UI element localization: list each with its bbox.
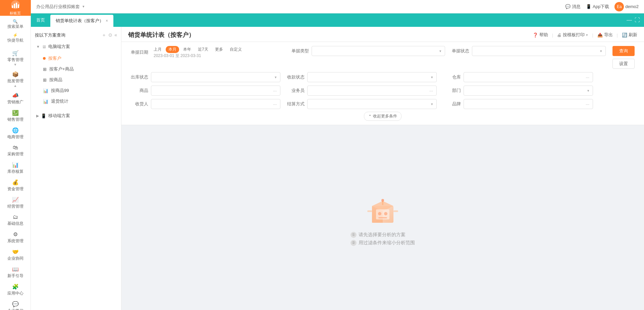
- message-button[interactable]: 💬 消息: [565, 4, 581, 10]
- brand-label: 品牌: [441, 101, 461, 107]
- svg-rect-15: [393, 210, 398, 212]
- home-tab[interactable]: 首页: [31, 13, 50, 27]
- date-label: 单据日期: [128, 49, 148, 55]
- sidebar-item-wechat[interactable]: 💬 企业微信: [0, 298, 31, 310]
- page-title-bar: 销货单统计表（按客户） ❓ 帮助 | 🖨 按模板打印 ▾ |: [121, 27, 644, 42]
- date-tab-more[interactable]: 更多: [212, 46, 226, 53]
- date-tabs: 上月 本月 本年 近7天 更多 自定义: [151, 46, 245, 53]
- scheme-by-goods[interactable]: ⊞ 按商品: [31, 74, 121, 85]
- sidebar-item-operation[interactable]: 📈 经营管理: [0, 194, 31, 211]
- warehouse-select[interactable]: ···: [464, 72, 593, 82]
- sidebar-item-purchase[interactable]: 🛍 采购管理: [0, 142, 31, 159]
- sidebar-item-finance[interactable]: 💰 资金管理: [0, 176, 31, 194]
- sidebar-item-ecom[interactable]: 🌐 电商管理: [0, 124, 31, 142]
- basic-icon: 🗂: [13, 214, 18, 220]
- collapse-icon: ⌃: [368, 114, 372, 119]
- app-logo: 办公用品行业模拟账套 标账页: [0, 0, 31, 16]
- date-tab-this-month[interactable]: 本月: [166, 46, 179, 53]
- goods-select[interactable]: ···: [151, 86, 280, 96]
- pc-section-header[interactable]: ▼ 🖥 电脑端方案: [31, 42, 121, 52]
- enterprise-icon: 🤝: [12, 249, 19, 255]
- date-tab-custom[interactable]: 自定义: [227, 46, 245, 53]
- receipt-status-select[interactable]: ▾: [307, 72, 437, 82]
- hint-num-2: ②: [351, 240, 357, 246]
- app-download-button[interactable]: 📱 App下载: [586, 4, 609, 10]
- salesperson-label: 业务员: [284, 88, 305, 94]
- refresh-action[interactable]: 🔄 刷新: [622, 32, 637, 38]
- salesperson-select[interactable]: ···: [307, 86, 437, 96]
- sidebar-item-sales[interactable]: 💹 销售管理: [0, 107, 31, 124]
- dropdown-arrow[interactable]: ▾: [83, 4, 85, 9]
- page-title-actions: ❓ 帮助 | 🖨 按模板打印 ▾ | 📤 导出: [533, 32, 637, 38]
- scheme-label: 按客户+商品: [49, 66, 74, 72]
- panel-header-icons: ＋ ⊙ «: [102, 32, 117, 38]
- sidebar-item-marketing[interactable]: 📣 营销推广: [0, 90, 31, 107]
- scheme-by-goods99[interactable]: 📊 按商品99: [31, 85, 121, 96]
- date-tab-7days[interactable]: 近7天: [195, 46, 211, 53]
- sidebar-item-enterprise[interactable]: 🤝 企业协同: [0, 246, 31, 263]
- sidebar-item-retail[interactable]: 🛒 零售管理 ▼: [0, 47, 31, 68]
- sidebar-item-label: 企业协同: [7, 256, 23, 261]
- minimize-button[interactable]: —: [627, 17, 632, 23]
- scheme-label: 按商品99: [51, 88, 69, 94]
- brand-select[interactable]: ···: [464, 99, 593, 109]
- sidebar-item-inventory[interactable]: 📊 库存核算: [0, 159, 31, 176]
- print-action[interactable]: 🖨 按模板打印 ▾: [557, 32, 588, 38]
- search-menu[interactable]: 🔍 搜索菜单: [0, 16, 31, 31]
- print-icon: 🖨: [557, 33, 561, 38]
- sidebar-item-wholesale[interactable]: 📦 批发管理 ▲: [0, 68, 31, 90]
- sidebar-item-label: 批发管理: [7, 78, 23, 84]
- receipt-status-arrow: ▾: [431, 75, 433, 80]
- scheme-returns[interactable]: 📊 退货统计: [31, 96, 121, 107]
- pc-subsection: 按客户 ⊞ 按客户+商品 ⊞ 按商品 📊 按商品99: [31, 52, 121, 108]
- refresh-icon: 🔄: [622, 33, 627, 38]
- date-tab-this-year[interactable]: 本年: [180, 46, 194, 53]
- help-action[interactable]: ❓ 帮助: [533, 32, 548, 38]
- consignee-select[interactable]: ···: [151, 99, 280, 109]
- sidebar-item-guide[interactable]: 📖 新手引导: [0, 263, 31, 281]
- sidebar-item-system[interactable]: ⚙ 系统管理: [0, 228, 31, 246]
- empty-state: ① 请先选择要分析的方案 ② 用过滤条件来缩小分析范围: [121, 125, 644, 310]
- download-icon: 📱: [586, 4, 591, 9]
- pc-section-arrow: ▼: [36, 45, 40, 49]
- export-action[interactable]: 📤 导出: [597, 32, 613, 38]
- settings-button[interactable]: 设置: [612, 59, 635, 69]
- finance-icon: 💰: [12, 179, 19, 186]
- date-tab-last-month[interactable]: 上月: [151, 46, 164, 53]
- print-dropdown-icon: ▾: [586, 33, 588, 37]
- scheme-by-customer[interactable]: 按客户: [31, 53, 121, 64]
- out-status-select[interactable]: ▾: [151, 72, 280, 82]
- active-indicator: [43, 57, 46, 60]
- user-menu[interactable]: Ea demo2: [614, 2, 639, 11]
- mobile-section-header[interactable]: ▶ 📱 移动端方案: [31, 111, 121, 121]
- bill-type-select[interactable]: ▾: [312, 46, 445, 56]
- sidebar-item-label: 基础信息: [7, 221, 23, 226]
- dept-select[interactable]: ▾: [464, 86, 593, 96]
- scheme-icon: ⊞: [43, 78, 47, 83]
- bill-status-select[interactable]: ▾: [472, 46, 606, 56]
- settings-scheme-icon[interactable]: ⊙: [108, 32, 112, 38]
- wechat-icon: 💬: [12, 301, 19, 307]
- quick-nav[interactable]: ⚡ 快捷导航: [0, 31, 31, 45]
- brand-label: 标账页: [10, 11, 21, 16]
- warehouse-dots: ···: [586, 75, 589, 80]
- mobile-arrow: ▶: [36, 114, 39, 118]
- maximize-button[interactable]: ⛶: [635, 17, 640, 23]
- sidebar-item-label: 电商管理: [7, 134, 23, 140]
- payment-select[interactable]: ▾: [307, 99, 437, 109]
- active-tab[interactable]: 销货单统计表（按客户） ×: [50, 15, 113, 27]
- app-icon: 🧩: [12, 283, 19, 290]
- scheme-by-customer-goods[interactable]: ⊞ 按客户+商品: [31, 64, 121, 74]
- sidebar-item-app[interactable]: 🧩 应用中心: [0, 281, 31, 298]
- bill-type-arrow: ▾: [439, 49, 441, 53]
- sales-icon: 💹: [12, 110, 19, 116]
- close-tab-button[interactable]: ×: [106, 18, 108, 23]
- receipt-status-label: 收款状态: [284, 74, 305, 80]
- add-scheme-icon[interactable]: ＋: [102, 32, 106, 38]
- search-label: 搜索菜单: [0, 24, 31, 30]
- sidebar-item-basic[interactable]: 🗂 基础信息: [0, 211, 31, 228]
- collapse-button[interactable]: ⌃ 收起更多条件: [364, 112, 401, 121]
- sidebar-item-label: 经营管理: [7, 204, 23, 209]
- query-button[interactable]: 查询: [612, 46, 635, 56]
- collapse-panel-icon[interactable]: «: [114, 32, 117, 38]
